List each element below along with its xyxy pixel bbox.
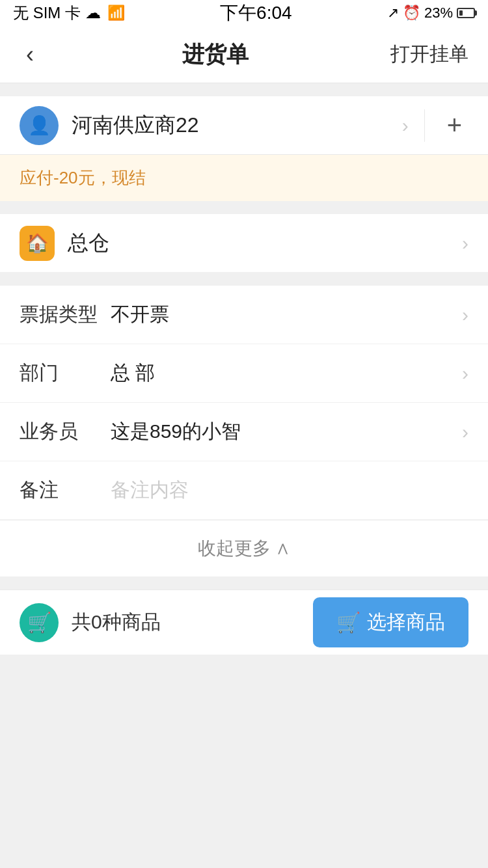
salesperson-value: 这是859的小智: [111, 418, 462, 445]
page-background: [0, 655, 488, 837]
salesperson-row[interactable]: 业务员 这是859的小智 ›: [0, 403, 488, 461]
department-value: 总 部: [111, 360, 462, 387]
supplier-name: 河南供应商22: [72, 111, 402, 140]
separator-3: [0, 273, 488, 286]
remark-input[interactable]: 备注内容: [111, 477, 468, 504]
warehouse-row[interactable]: 🏠 总仓 ›: [0, 214, 488, 273]
location-icon: ↗: [387, 5, 399, 21]
select-cart-icon: 🛒: [336, 611, 360, 634]
avatar-icon: 👤: [28, 115, 51, 136]
form-section: 票据类型 不开票 › 部门 总 部 › 业务员 这是859的小智 › 备注 备注…: [0, 286, 488, 520]
invoice-type-value: 不开票: [111, 301, 462, 328]
back-button[interactable]: ‹: [20, 34, 40, 75]
vertical-divider: [424, 109, 425, 142]
collapse-button[interactable]: 收起更多 ∧: [0, 520, 488, 576]
alarm-icon: ⏰: [403, 5, 420, 21]
product-count: 共0种商品: [72, 609, 313, 636]
invoice-type-chevron-icon: ›: [462, 304, 468, 326]
cart-icon: 🛒: [27, 611, 51, 634]
invoice-type-row[interactable]: 票据类型 不开票 ›: [0, 286, 488, 344]
collapse-label: 收起更多 ∧: [198, 538, 291, 558]
warehouse-chevron-icon: ›: [462, 232, 468, 254]
battery-label: 23%: [424, 5, 453, 21]
separator-1: [0, 83, 488, 96]
status-right: ↗ ⏰ 23%: [387, 5, 475, 21]
supplier-avatar: 👤: [20, 106, 59, 145]
add-supplier-button[interactable]: +: [441, 104, 468, 146]
status-time: 下午6:04: [220, 1, 292, 25]
page-title: 进货单: [182, 40, 249, 70]
status-bar: 无 SIM 卡 ☁ 📶 下午6:04 ↗ ⏰ 23%: [0, 0, 488, 26]
department-label: 部门: [20, 360, 111, 387]
navigation-bar: ‹ 进货单 打开挂单: [0, 26, 488, 83]
bottom-bar: 🛒 共0种商品 🛒 选择商品: [0, 590, 488, 655]
battery-icon: [457, 8, 475, 18]
open-pending-button[interactable]: 打开挂单: [390, 41, 468, 68]
salesperson-label: 业务员: [20, 418, 111, 445]
department-chevron-icon: ›: [462, 362, 468, 385]
department-row[interactable]: 部门 总 部 ›: [0, 344, 488, 403]
info-text: 应付-20元，现结: [20, 168, 146, 187]
remark-label: 备注: [20, 477, 111, 504]
salesperson-chevron-icon: ›: [462, 421, 468, 443]
product-icon-wrap: 🛒: [20, 603, 59, 642]
remark-row[interactable]: 备注 备注内容: [0, 461, 488, 520]
supplier-chevron-icon: ›: [402, 115, 409, 137]
no-sim-label: 无 SIM 卡 ☁: [13, 3, 101, 23]
warehouse-icon: 🏠: [20, 226, 55, 261]
status-left: 无 SIM 卡 ☁ 📶: [13, 3, 125, 23]
separator-4: [0, 576, 488, 590]
supplier-section[interactable]: 👤 河南供应商22 › +: [0, 96, 488, 155]
separator-2: [0, 201, 488, 214]
warehouse-label: 总仓: [68, 229, 462, 258]
select-product-button[interactable]: 🛒 选择商品: [313, 597, 468, 647]
invoice-type-label: 票据类型: [20, 301, 111, 328]
info-banner: 应付-20元，现结: [0, 155, 488, 201]
house-icon: 🏠: [26, 232, 49, 254]
select-label: 选择商品: [367, 609, 445, 636]
wifi-icon: 📶: [107, 5, 125, 21]
